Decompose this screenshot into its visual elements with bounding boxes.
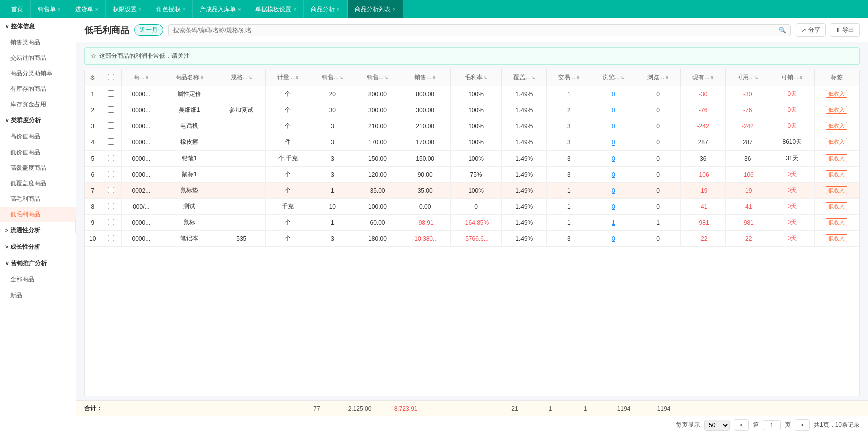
column-settings[interactable]: ⚙: [85, 69, 101, 86]
row-checkbox[interactable]: [108, 171, 114, 177]
export-button[interactable]: ⬆ 导出: [830, 23, 860, 37]
column-checkbox[interactable]: [101, 69, 121, 86]
column-view1[interactable]: 浏览...⇅: [591, 69, 636, 86]
close-icon[interactable]: ×: [393, 7, 396, 12]
cell-view1[interactable]: 0: [591, 151, 636, 167]
close-icon[interactable]: ×: [337, 7, 340, 12]
search-input[interactable]: [173, 27, 777, 34]
cell-checkbox[interactable]: [101, 118, 121, 134]
row-checkbox[interactable]: [108, 235, 114, 241]
column-spec[interactable]: 规格...⇅: [217, 69, 266, 86]
select-all-checkbox[interactable]: [108, 74, 114, 80]
row-checkbox[interactable]: [108, 106, 114, 113]
view1-link[interactable]: 0: [612, 107, 615, 114]
column-trade[interactable]: 交易...⇅: [547, 69, 591, 86]
close-icon[interactable]: ×: [95, 7, 98, 12]
column-coverage[interactable]: 覆盖...⇅: [502, 69, 547, 86]
view1-link[interactable]: 0: [612, 155, 615, 162]
cell-checkbox[interactable]: [101, 102, 121, 118]
nav-product-analysis[interactable]: 商品分析 ×: [304, 0, 348, 18]
sidebar-item-new-products[interactable]: 新品: [0, 287, 76, 303]
sidebar-item-low-value[interactable]: 低价值商品: [0, 144, 76, 160]
view1-link[interactable]: 0: [612, 171, 615, 178]
column-current-stock[interactable]: 现有...⇅: [680, 69, 725, 86]
sidebar-group-marketing[interactable]: ∨ 营销推广分析: [0, 255, 76, 272]
nav-permission[interactable]: 权限设置 ×: [106, 0, 149, 18]
nav-template-settings[interactable]: 单据模板设置 ×: [248, 0, 304, 18]
cell-checkbox[interactable]: [101, 86, 121, 102]
nav-home[interactable]: 首页: [4, 0, 31, 18]
row-checkbox[interactable]: [108, 138, 114, 145]
sidebar-item-category-rate[interactable]: 商品分类助销率: [0, 66, 76, 81]
page-number-input[interactable]: [763, 420, 781, 430]
cell-view1[interactable]: 0: [591, 118, 636, 134]
column-view2[interactable]: 浏览...⇅: [636, 69, 680, 86]
sidebar-item-stock-capital[interactable]: 库存资金占用: [0, 97, 76, 112]
nav-product-analysis-list[interactable]: 商品分析列表 ×: [348, 0, 403, 18]
view1-link[interactable]: 0: [612, 139, 615, 146]
column-name[interactable]: 商品名称⇅: [161, 69, 217, 86]
cell-view1[interactable]: 0: [591, 134, 636, 151]
column-code[interactable]: 商...⇅: [121, 69, 161, 86]
cell-checkbox[interactable]: [101, 151, 121, 167]
row-checkbox[interactable]: [108, 219, 114, 225]
next-page-button[interactable]: ＞: [795, 419, 810, 431]
cell-checkbox[interactable]: [101, 215, 121, 231]
cell-checkbox[interactable]: [101, 183, 121, 199]
close-icon[interactable]: ×: [293, 7, 296, 12]
sidebar-item-high-value[interactable]: 高价值商品: [0, 129, 76, 144]
nav-purchase-order[interactable]: 进货单 ×: [68, 0, 106, 18]
sidebar-group-overall[interactable]: ∨ 整体信息: [0, 18, 76, 35]
column-sales-qty[interactable]: 销售...⇅: [310, 69, 355, 86]
row-checkbox[interactable]: [108, 203, 114, 209]
nav-sales-order[interactable]: 销售单 ×: [31, 0, 68, 18]
close-icon[interactable]: ×: [139, 7, 142, 12]
column-gross-margin[interactable]: 毛利率⇅: [450, 69, 501, 86]
cell-view1[interactable]: 0: [591, 102, 636, 118]
nav-product-entry[interactable]: 产成品入库单 ×: [193, 0, 248, 18]
view1-link[interactable]: 0: [612, 235, 615, 242]
column-tag[interactable]: 标签: [814, 69, 859, 86]
column-available-stock[interactable]: 可用...⇅: [725, 69, 770, 86]
close-icon[interactable]: ×: [58, 7, 61, 12]
cell-view1[interactable]: 0: [591, 231, 636, 247]
cell-view1[interactable]: 0: [591, 183, 636, 199]
cell-checkbox[interactable]: [101, 199, 121, 215]
sidebar-item-sales-products[interactable]: 销售类商品: [0, 35, 76, 50]
cell-checkbox[interactable]: [101, 167, 121, 183]
sidebar-collapse-button[interactable]: «: [75, 219, 76, 233]
sidebar-item-traded-products[interactable]: 交易过的商品: [0, 50, 76, 66]
row-checkbox[interactable]: [108, 187, 114, 193]
cell-view1[interactable]: 0: [591, 86, 636, 102]
cell-view1[interactable]: 0: [591, 199, 636, 215]
per-page-select[interactable]: 50 100 200: [704, 420, 730, 431]
cell-checkbox[interactable]: [101, 231, 121, 247]
sidebar-group-cluster[interactable]: ∨ 类群度分析: [0, 112, 76, 129]
row-checkbox[interactable]: [108, 122, 114, 129]
date-filter-button[interactable]: 近一月: [134, 24, 163, 36]
sidebar-item-all-products[interactable]: 全部商品: [0, 272, 76, 287]
row-checkbox[interactable]: [108, 155, 114, 161]
cell-view1[interactable]: 0: [591, 167, 636, 183]
sidebar-group-liquidity[interactable]: > 流通性分析: [0, 222, 76, 239]
sidebar-item-low-coverage[interactable]: 低覆盖度商品: [0, 176, 76, 191]
cell-checkbox[interactable]: [101, 134, 121, 151]
cell-view1[interactable]: 1: [591, 215, 636, 231]
view1-link[interactable]: 0: [612, 203, 615, 210]
sidebar-group-growth[interactable]: > 成长性分析: [0, 239, 76, 255]
view1-link[interactable]: 1: [612, 219, 615, 226]
sidebar-item-high-margin[interactable]: 高毛利商品: [0, 191, 76, 207]
column-sales-amount[interactable]: 销售...⇅: [400, 69, 450, 86]
view1-link[interactable]: 0: [612, 187, 615, 194]
column-saleable-days[interactable]: 可销...⇅: [770, 69, 814, 86]
close-icon[interactable]: ×: [183, 7, 186, 12]
close-icon[interactable]: ×: [238, 7, 241, 12]
prev-page-button[interactable]: ＜: [734, 419, 749, 431]
column-unit[interactable]: 计量...⇅: [266, 69, 310, 86]
sidebar-item-stocked-products[interactable]: 有库存的商品: [0, 81, 76, 97]
nav-role-auth[interactable]: 角色授权 ×: [149, 0, 193, 18]
search-icon[interactable]: 🔍: [779, 27, 786, 34]
share-button[interactable]: ↗ 分享: [796, 23, 826, 37]
view1-link[interactable]: 0: [612, 91, 615, 98]
sidebar-item-low-margin[interactable]: 低毛利商品: [0, 207, 76, 222]
